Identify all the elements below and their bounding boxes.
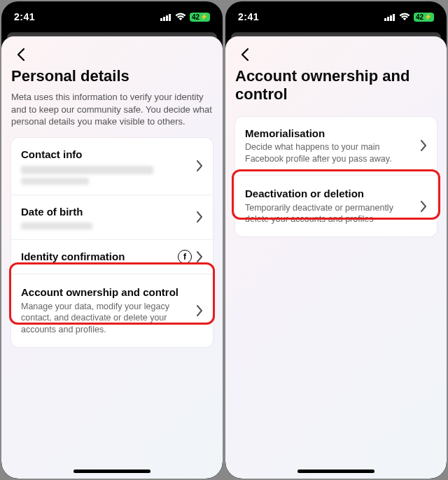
row-title: Account ownership and control (21, 285, 190, 299)
signal-icon (160, 13, 172, 21)
status-time: 2:41 (238, 11, 259, 22)
redacted-text (21, 166, 153, 174)
status-icons: 42⚡ (160, 13, 210, 22)
statusbar: 2:41 42⚡ (1, 1, 223, 32)
svg-rect-5 (387, 17, 389, 21)
facebook-icon: f (178, 250, 192, 264)
row-account-ownership[interactable]: Account ownership and control Manage you… (11, 274, 213, 347)
svg-rect-4 (384, 18, 386, 21)
svg-rect-0 (160, 18, 162, 21)
svg-rect-3 (169, 14, 171, 21)
settings-card: Contact info Date of birth (11, 138, 213, 347)
row-contact-info[interactable]: Contact info (11, 138, 213, 195)
home-indicator[interactable] (298, 470, 374, 473)
chevron-right-icon (196, 211, 203, 223)
battery-icon: 42⚡ (190, 13, 210, 22)
row-identity-confirmation[interactable]: Identity confirmation f (11, 240, 213, 274)
redacted-text (21, 223, 92, 230)
statusbar: 2:41 42⚡ (225, 1, 447, 32)
battery-level: 42 (192, 13, 200, 21)
svg-rect-1 (163, 17, 165, 21)
page-title: Account ownership and control (235, 67, 437, 104)
signal-icon (384, 13, 396, 21)
svg-rect-7 (393, 14, 395, 21)
chevron-right-icon (196, 305, 203, 316)
chevron-right-icon (420, 201, 427, 212)
svg-rect-6 (390, 15, 392, 21)
row-subtitle: Manage your data, modify your legacy con… (21, 301, 190, 337)
row-subtitle: Temporarily deactivate or permanently de… (245, 202, 414, 226)
wifi-icon (175, 13, 186, 21)
status-time: 2:41 (14, 11, 35, 22)
row-subtitle: Decide what happens to your main Faceboo… (245, 141, 414, 165)
home-indicator[interactable] (74, 470, 150, 473)
row-title: Date of birth (21, 205, 190, 219)
bolt-icon: ⚡ (200, 13, 208, 20)
screen-left: Personal details Meta uses this informat… (1, 36, 223, 479)
chevron-right-icon (196, 251, 203, 262)
wifi-icon (399, 13, 410, 21)
row-date-of-birth[interactable]: Date of birth (11, 195, 213, 241)
back-button[interactable] (11, 45, 31, 64)
bolt-icon: ⚡ (424, 13, 432, 20)
back-button[interactable] (235, 45, 255, 64)
phone-left: 2:41 42⚡ Personal details Meta uses this… (1, 1, 223, 479)
row-memorialisation[interactable]: Memorialisation Decide what happens to y… (235, 117, 437, 176)
row-title: Contact info (21, 148, 190, 162)
battery-level: 42 (416, 13, 424, 21)
screen-right: Account ownership and control Memorialis… (225, 36, 447, 479)
chevron-right-icon (196, 160, 203, 171)
svg-rect-2 (166, 15, 168, 21)
battery-icon: 42⚡ (414, 13, 434, 22)
page-title: Personal details (11, 67, 213, 85)
chevron-right-icon (420, 140, 427, 151)
row-deactivation-deletion[interactable]: Deactivation or deletion Temporarily dea… (235, 176, 437, 237)
row-title: Identity confirmation (21, 250, 172, 264)
settings-card: Memorialisation Decide what happens to y… (235, 117, 437, 237)
row-title: Memorialisation (245, 127, 414, 141)
redacted-text (21, 178, 89, 185)
status-icons: 42⚡ (384, 13, 434, 22)
phone-right: 2:41 42⚡ Account ownership and control M… (225, 1, 447, 479)
page-description: Meta uses this information to verify you… (11, 91, 213, 128)
row-title: Deactivation or deletion (245, 187, 414, 201)
